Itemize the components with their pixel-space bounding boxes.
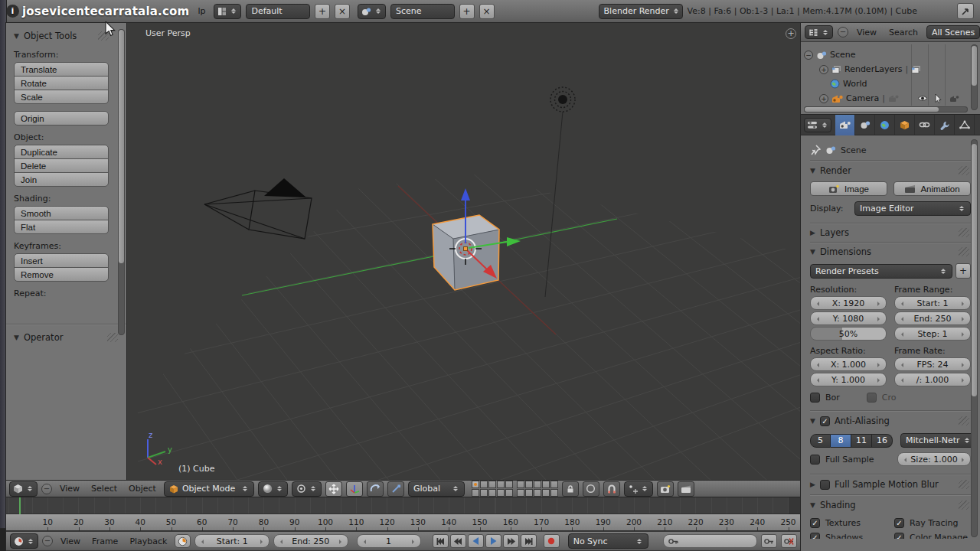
- outliner-row-renderlayers[interactable]: + RenderLayers |: [801, 62, 921, 77]
- panel-grip[interactable]: [959, 500, 969, 510]
- outliner-row-camera[interactable]: + Camera |: [801, 91, 899, 106]
- pin-icon[interactable]: [810, 145, 821, 155]
- tab-scene[interactable]: [855, 115, 875, 135]
- preview-range-toggle[interactable]: [175, 534, 191, 548]
- menu-help-remnant[interactable]: lp: [194, 6, 209, 16]
- color-management-checkbox[interactable]: ✓: [894, 533, 904, 539]
- add-preset-button[interactable]: +: [956, 263, 971, 279]
- mode-select[interactable]: Object Mode: [164, 481, 254, 497]
- aa-samples-16-button[interactable]: 16: [872, 434, 893, 448]
- panel-grip[interactable]: [959, 247, 969, 256]
- collapse-icon[interactable]: −: [804, 51, 813, 60]
- join-button[interactable]: Join: [14, 172, 109, 187]
- screen-layout-icon-button[interactable]: [214, 4, 241, 19]
- collapse-menus-icon[interactable]: −: [42, 536, 53, 546]
- tab-object-data[interactable]: [955, 115, 975, 135]
- eye-icon[interactable]: [917, 95, 928, 102]
- resolution-percentage-slider[interactable]: 50%: [810, 327, 887, 341]
- aa-samples-11-button[interactable]: 11: [851, 434, 872, 448]
- menu-view[interactable]: View: [57, 536, 84, 546]
- full-sample-checkbox[interactable]: ✓: [810, 455, 820, 465]
- menu-select[interactable]: Select: [87, 484, 121, 494]
- region-expand-icon[interactable]: +: [786, 28, 796, 39]
- prev-keyframe-button[interactable]: [450, 534, 466, 548]
- translate-manipulator-button[interactable]: [346, 481, 363, 497]
- expand-icon[interactable]: +: [819, 65, 828, 74]
- outliner-row-scene[interactable]: − Scene: [801, 47, 856, 62]
- frame-step-field[interactable]: Step: 1: [894, 327, 971, 341]
- sync-mode-select[interactable]: No Sync: [568, 533, 649, 549]
- render-opengl-animation-button[interactable]: [678, 481, 694, 497]
- snap-element-select[interactable]: [624, 481, 653, 497]
- tab-render[interactable]: [835, 115, 855, 135]
- render-restrict-icon[interactable]: [949, 95, 959, 103]
- delete-keyframe-button[interactable]: [781, 534, 797, 548]
- pivot-point-select[interactable]: [292, 481, 322, 497]
- menu-frame[interactable]: Frame: [88, 536, 122, 546]
- screen-layout-name[interactable]: Default: [246, 4, 310, 19]
- frame-end-field[interactable]: End: 250: [273, 534, 348, 548]
- manipulator-toggle-button[interactable]: [325, 481, 342, 497]
- jump-to-end-button[interactable]: [521, 534, 537, 548]
- duplicate-button[interactable]: Duplicate: [14, 145, 109, 159]
- render-opengl-image-button[interactable]: [657, 481, 674, 497]
- transform-orientation-select[interactable]: Global: [408, 481, 465, 497]
- camera-data-icon[interactable]: [888, 94, 899, 103]
- menu-view[interactable]: View: [853, 28, 880, 37]
- flat-button[interactable]: Flat: [14, 220, 109, 234]
- rotate-manipulator-button[interactable]: [367, 481, 384, 497]
- panel-grip[interactable]: [959, 416, 969, 425]
- object-tools-panel-header[interactable]: ▼ Object Tools: [14, 29, 119, 43]
- snap-toggle-button[interactable]: [603, 481, 620, 497]
- antialiasing-panel-header[interactable]: ▼ ✓ Anti-Aliasing: [810, 414, 971, 428]
- antialiasing-checkbox[interactable]: ✓: [820, 416, 830, 426]
- keying-set-field[interactable]: [663, 534, 757, 548]
- layers-widget[interactable]: [472, 481, 558, 497]
- menu-view[interactable]: View: [56, 484, 83, 494]
- scene-selector[interactable]: Scene: [390, 4, 455, 19]
- play-reverse-button[interactable]: [468, 534, 484, 548]
- operator-panel-header[interactable]: ▼ Operator: [14, 331, 119, 344]
- render-display-select[interactable]: Image Editor: [854, 201, 971, 216]
- resolution-y-field[interactable]: Y: 1080: [810, 311, 887, 325]
- add-scene-button[interactable]: +: [459, 4, 475, 19]
- timeline-ruler[interactable]: 1020304050607080901001101201301401501601…: [6, 514, 801, 531]
- render-presets-select[interactable]: Render Presets: [810, 264, 952, 279]
- aa-filter-select[interactable]: Mitchell-Netr: [900, 433, 976, 448]
- panel-grip[interactable]: [107, 333, 118, 342]
- aa-size-field[interactable]: Size: 1.000: [897, 452, 971, 466]
- translate-button[interactable]: Translate: [14, 62, 109, 77]
- rotate-button[interactable]: Rotate: [14, 76, 109, 90]
- fps-field[interactable]: FPS: 24: [894, 357, 971, 371]
- outliner-scrollbar[interactable]: [971, 44, 978, 110]
- viewport-shading-select[interactable]: [258, 481, 288, 497]
- next-keyframe-button[interactable]: [503, 534, 519, 548]
- render-image-button[interactable]: Image: [810, 181, 887, 196]
- camera-object[interactable]: [204, 178, 312, 239]
- collapse-menus-icon[interactable]: −: [838, 27, 848, 37]
- panel-grip[interactable]: [959, 480, 969, 489]
- outliner-row-world[interactable]: World: [801, 77, 867, 91]
- jump-to-start-button[interactable]: [433, 534, 449, 548]
- add-layout-button[interactable]: +: [315, 4, 330, 19]
- resolution-x-field[interactable]: X: 1920: [810, 296, 887, 310]
- textures-checkbox[interactable]: ✓: [810, 518, 820, 528]
- remove-keyframe-button[interactable]: Remove: [14, 267, 109, 282]
- border-checkbox[interactable]: ✓: [810, 393, 820, 403]
- ray-tracing-checkbox[interactable]: ✓: [894, 518, 904, 528]
- shading-panel-header[interactable]: ▼ Shading: [810, 498, 971, 512]
- menu-playback[interactable]: Playback: [126, 536, 171, 546]
- insert-keyframe-button[interactable]: [761, 534, 777, 548]
- collapse-menus-icon[interactable]: −: [41, 484, 52, 494]
- tab-material[interactable]: [975, 115, 980, 135]
- aspect-x-field[interactable]: X: 1.000: [810, 357, 887, 371]
- editor-type-select[interactable]: [9, 481, 38, 497]
- proportional-edit-button[interactable]: [583, 481, 599, 497]
- viewport-3d[interactable]: User Persp (1) Cube z y x +: [127, 23, 801, 481]
- fps-base-field[interactable]: /: 1.000: [894, 373, 971, 386]
- shadows-checkbox[interactable]: ✓: [810, 533, 820, 539]
- timeline-track[interactable]: [6, 497, 801, 514]
- select-arrow-icon[interactable]: [935, 94, 942, 103]
- editor-type-select[interactable]: [804, 118, 831, 132]
- render-animation-button[interactable]: Animation: [893, 181, 971, 196]
